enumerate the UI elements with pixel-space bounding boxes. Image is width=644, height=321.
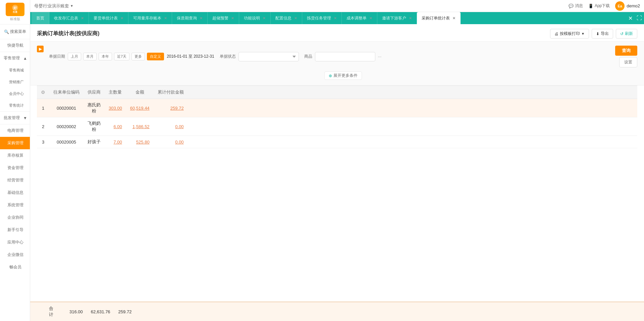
sidebar-item-enterprise[interactable]: 企业协同 [0,211,30,224]
search-menu-button[interactable]: 🔍 搜索菜单 [2,27,28,36]
tab-close-icon[interactable]: ✕ [164,16,167,20]
fullscreen-button[interactable]: ⛶ [636,14,643,22]
sidebar-item-retail-stat[interactable]: 零售统计 [0,100,30,111]
table-row: 2 00020002 飞鹤奶粉 6.00 1,586.52 0.00 [37,117,637,136]
status-select[interactable] [238,52,299,61]
chevron-down-icon: ▼ [581,32,585,36]
date-filter-label: 单据日期 [49,54,65,59]
sidebar-item-newguide[interactable]: 新手引导 [0,224,30,236]
date-btn-more[interactable]: 更多 [131,53,145,60]
tab-gongneng[interactable]: 功能说明 ✕ [239,12,271,24]
tab-home[interactable]: 首页 [32,12,49,24]
workspace-selector[interactable]: 母婴行业演示账套 ▼ [34,3,73,9]
date-btn-custom[interactable]: 自定义 [147,53,164,60]
export-icon: ⬇ [596,32,599,36]
sidebar-item-basic[interactable]: 基础信息 [0,186,30,199]
goods-filter: 商品 ··· [304,52,382,61]
sidebar-item-appcenter[interactable]: 应用中心 [0,236,30,249]
tab-close-icon[interactable]: ✕ [369,16,372,20]
status-filter: 单据状态 [220,52,299,61]
chevron-down-icon: ▼ [23,116,27,120]
filter-row-1: 单据日期 上月 本月 本年 近7天 更多 自定义 2016-01-01 至 20… [49,46,637,67]
app-download-button[interactable]: 📱 App下载 [588,3,610,9]
tab-close-icon[interactable]: ✕ [200,16,203,20]
sidebar-item-marketing[interactable]: 营销推广 [0,76,30,88]
sidebar-item-purchase[interactable]: 采购管理 [0,137,30,149]
column-settings-icon[interactable]: ⚙ [41,90,45,95]
sidebar-item-retail-shop[interactable]: 零售商城 [0,64,30,76]
table-row: 1 00020001 惠氏奶粉 303.00 60,519.44 259.72 [37,99,637,117]
row-code: 00020001 [49,99,84,117]
row-code: 00020002 [49,117,84,136]
tab-keyongliang[interactable]: 可用量库存账本 ✕ [128,12,172,24]
footer-amount: 62,631.76 [87,302,114,321]
user-menu[interactable]: Ea demo2 [615,1,640,11]
tab-yaoqingxiayou[interactable]: 邀请下游客户 ✕ [377,12,417,24]
tab-caigoudingdan[interactable]: 采购订单统计表 ✕ [417,12,461,24]
close-all-tabs-button[interactable]: ✕ [628,14,633,22]
chevron-down-icon: ▼ [70,4,73,8]
col-gear: ⚙ [37,86,49,99]
data-table: ⚙ 往来单位编码 供应商 主数量 金额 累计付款金额 1 00020001 惠氏… [37,86,637,148]
sidebar-item-ecommerce[interactable]: 电商管理 [0,124,30,137]
tab-close-icon[interactable]: ✕ [81,16,84,20]
status-filter-label: 单据状态 [220,54,236,59]
avatar: Ea [615,1,625,11]
row-index: 3 [37,136,49,148]
sidebar-item-inventory[interactable]: 库存核算 [0,149,30,162]
sidebar-item-operation[interactable]: 经营管理 [0,174,30,186]
refresh-button[interactable]: ↺ 刷新 [616,29,637,39]
date-btn-this-month[interactable]: 本月 [83,53,97,60]
tab-close-icon[interactable]: ✕ [294,16,297,20]
printer-icon: 🖨 [554,32,558,36]
row-qty: 303.00 [105,99,126,117]
page-header: 采购订单统计表(按供应商) 🖨 按模板打印 ▼ ⬇ 导出 ↺ 刷新 [30,24,644,42]
refresh-icon: ↺ [620,32,624,36]
table-body: 1 00020001 惠氏奶粉 303.00 60,519.44 259.72 … [37,99,637,148]
sidebar-item-member[interactable]: 会员中心 [0,88,30,100]
date-btn-last-month[interactable]: 上月 [68,53,81,60]
tab-chengbentiaozhen[interactable]: 成本调整单 ✕ [342,12,377,24]
tab-close-icon[interactable]: ✕ [334,16,337,20]
tab-kaihuorenwu[interactable]: 拣货任务管理 ✕ [302,12,342,24]
tab-close-icon[interactable]: ✕ [452,16,455,20]
export-button[interactable]: ⬇ 导出 [592,29,613,39]
sidebar-item-wechat[interactable]: 企业微信 [0,249,30,261]
sidebar-item-quick-nav[interactable]: 快捷导航 [0,39,30,52]
tab-close-icon[interactable]: ✕ [231,16,234,20]
tab-baozhi[interactable]: 保质期查询 ✕ [172,12,208,24]
goods-filter-label: 商品 [304,54,312,59]
collapse-filter-button[interactable]: ▶ [37,46,44,52]
tab-chaochuyujing[interactable]: 超储预警 ✕ [208,12,239,24]
tab-yaohuodantongjibiao[interactable]: 要货单统计表 ✕ [89,12,128,24]
sidebar-item-retail-mgmt[interactable]: 零售管理 ▲ [0,52,30,64]
tab-peizhi[interactable]: 配置信息 ✕ [271,12,302,24]
expand-conditions-button[interactable]: ⊕ 展开更多条件 [324,71,362,80]
tab-shoufahuizong[interactable]: 收发存汇总表 ✕ [49,12,89,24]
sidebar-item-wholesale[interactable]: 批发管理 ▼ [0,112,30,124]
sidebar-item-system[interactable]: 系统管理 [0,199,30,211]
date-btn-7days[interactable]: 近7天 [114,53,129,60]
sidebar: 好 生意 标准版 🔍 搜索菜单 快捷导航 零售管理 ▲ 零售商城 营销推广 会员… [0,0,30,321]
sidebar-item-finance[interactable]: 资金管理 [0,162,30,174]
sidebar-item-vip[interactable]: 畅会员 [0,261,30,273]
setting-button[interactable]: 设置 [619,57,637,67]
tab-close-icon[interactable]: ✕ [120,16,123,20]
goods-input[interactable] [315,52,375,61]
quick-nav-section: 快捷导航 [0,39,30,52]
wholesale-section: 批发管理 ▼ [0,112,30,124]
tab-close-icon[interactable]: ✕ [409,16,412,20]
message-button[interactable]: 💬 消息 [569,3,583,9]
print-button[interactable]: 🖨 按模板打印 ▼ [550,29,589,39]
tab-close-icon[interactable]: ✕ [263,16,266,20]
table-row: 3 00020005 好孩子 7.00 525.80 0.00 [37,136,637,148]
topbar-left: 母婴行业演示账套 ▼ [34,3,73,9]
tab-home-label: 首页 [36,15,44,21]
row-code: 00020005 [49,136,84,148]
date-filter: 单据日期 上月 本月 本年 近7天 更多 自定义 2016-01-01 至 20… [49,53,214,60]
chevron-up-icon: ▲ [23,56,27,61]
query-button[interactable]: 查询 [615,46,637,56]
search-menu-section[interactable]: 🔍 搜索菜单 [0,24,30,39]
date-btn-this-year[interactable]: 本年 [99,53,112,60]
footer-table: 合计 316.00 62,631.76 259.72 [37,302,637,321]
